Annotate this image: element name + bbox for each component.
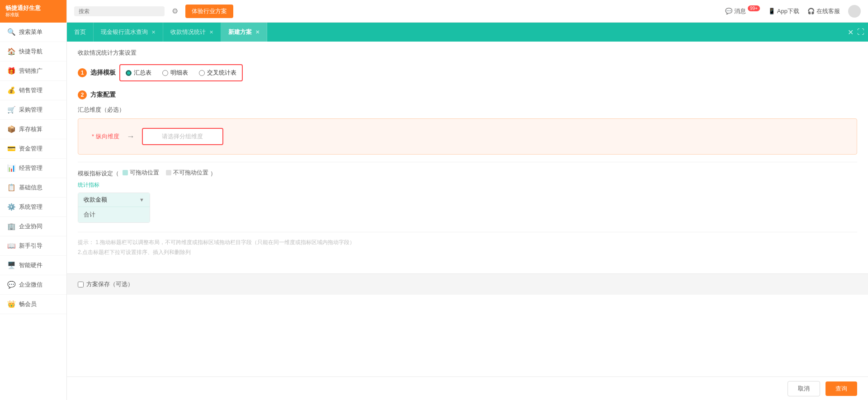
radio-detail[interactable]: 明细表: [162, 69, 188, 77]
download-item[interactable]: 📱 App下载: [768, 7, 799, 15]
sidebar-item-newbie[interactable]: 📖 新手引导: [0, 236, 66, 256]
tabbar: 首页 现金银行流水查询 ✕ 收款情况统计 ✕ 新建方案 ✕ ✕ ⛶: [67, 23, 868, 42]
search-menu-icon: 🔍: [7, 28, 15, 36]
radio-cross-label: 交叉统计表: [207, 69, 236, 77]
template-radio-group: 汇总表 明细表 交叉统计表: [119, 64, 243, 81]
tips-line2: 2.点击标题栏下拉可设置排序、插入列和删除列: [78, 248, 857, 258]
sidebar-item-marketing[interactable]: 🎁 营销推广: [0, 61, 66, 81]
tab-cashflow-label: 现金银行流水查询: [101, 28, 148, 36]
message-item[interactable]: 💬 消息 99+: [725, 7, 760, 15]
marketing-icon: 🎁: [7, 67, 15, 75]
sidebar-item-operations[interactable]: 📊 经营管理: [0, 159, 66, 178]
purchase-icon: 🛒: [7, 106, 15, 114]
sidebar-item-system[interactable]: ⚙️ 系统管理: [0, 198, 66, 217]
sidebar-item-basic-info[interactable]: 📋 基础信息: [0, 178, 66, 198]
tab-collection-stats[interactable]: 收款情况统计 ✕: [163, 23, 221, 42]
maximize-icon[interactable]: ⛶: [857, 28, 864, 36]
sidebar-item-inventory[interactable]: 📦 库存核算: [0, 120, 66, 139]
radio-summary[interactable]: 汇总表: [126, 69, 151, 77]
radio-summary-input[interactable]: [126, 70, 132, 76]
sidebar-item-label: 快捷导航: [19, 47, 42, 56]
vertical-dimension-row: * 纵向维度 → 请选择分组维度: [78, 118, 857, 155]
sidebar-item-label: 智能硬件: [19, 261, 42, 269]
tab-new-plan-close[interactable]: ✕: [255, 29, 259, 35]
message-icon: 💬: [725, 8, 732, 14]
user-avatar[interactable]: [848, 5, 861, 18]
radio-detail-label: 明细表: [170, 69, 188, 77]
smart-hw-icon: 🖥️: [7, 261, 15, 269]
sidebar-item-purchase[interactable]: 🛒 采购管理: [0, 100, 66, 120]
service-icon: 🎧: [807, 8, 815, 14]
quick-nav-icon: 🏠: [7, 47, 15, 56]
service-item[interactable]: 🎧 在线客服: [807, 7, 840, 15]
tips-section: 提示： 1.拖动标题栏可以调整布局，不可跨维度或指标区域拖动栏目字段（只能在同一…: [78, 232, 857, 257]
wechat-icon: 💬: [7, 281, 15, 289]
sidebar-item-enterprise[interactable]: 🏢 企业协同: [0, 217, 66, 236]
sidebar-item-label: 基础信息: [19, 184, 42, 192]
radio-summary-label: 汇总表: [134, 69, 151, 77]
close-window-icon[interactable]: ✕: [848, 28, 854, 37]
download-label: App下载: [777, 7, 799, 15]
radio-detail-input[interactable]: [162, 70, 168, 76]
tab-new-plan-label: 新建方案: [228, 28, 252, 36]
save-checkbox[interactable]: [78, 282, 84, 287]
system-icon: ⚙️: [7, 203, 15, 211]
message-label: 消息: [734, 7, 746, 15]
save-label[interactable]: 方案保存（可选）: [86, 280, 133, 288]
tab-cashflow[interactable]: 现金银行流水查询 ✕: [94, 23, 163, 42]
sidebar-item-label: 企业协同: [19, 222, 42, 231]
cancel-button[interactable]: 取消: [788, 381, 820, 396]
radio-cross[interactable]: 交叉统计表: [199, 69, 236, 77]
dimension-select[interactable]: 请选择分组维度: [142, 128, 223, 145]
sidebar-item-label: 库存核算: [19, 125, 42, 133]
tab-home-label: 首页: [74, 28, 86, 36]
dimension-select-placeholder: 请选择分组维度: [162, 132, 203, 141]
sidebar: 畅捷通好生意 标准版 🔍 搜索菜单 🏠 快捷导航 🎁 营销推广 💰 销售管理 🛒…: [0, 0, 67, 400]
tab-home[interactable]: 首页: [67, 23, 94, 42]
topbar-right: 💬 消息 99+ 📱 App下载 🎧 在线客服: [725, 5, 861, 18]
vertical-label: * 纵向维度: [92, 132, 119, 141]
settings-icon[interactable]: ⚙: [172, 7, 178, 15]
topbar: ⚙ 体验行业方案 💬 消息 99+ 📱 App下载 🎧 在线客服: [67, 0, 868, 23]
tab-collection-stats-label: 收款情况统计: [170, 28, 206, 36]
download-icon: 📱: [768, 8, 775, 14]
chevron-down-icon: ▼: [139, 197, 144, 202]
content-inner: 收款情况统计方案设置 1 选择模板 汇总表 明细表: [67, 42, 868, 273]
dimension-section: 汇总维度（必选） * 纵向维度 → 请选择分组维度: [78, 106, 857, 257]
basic-info-icon: 📋: [7, 184, 15, 192]
sidebar-item-capital[interactable]: 💳 资金管理: [0, 139, 66, 159]
query-button[interactable]: 查询: [826, 381, 857, 396]
metrics-divider: [78, 162, 857, 162]
enterprise-icon: 🏢: [7, 222, 15, 231]
dimension-arrow: →: [127, 132, 135, 141]
page-title: 收款情况统计方案设置: [78, 49, 857, 57]
sidebar-item-wechat[interactable]: 💬 企业微信: [0, 275, 66, 295]
member-icon: 👑: [7, 300, 15, 308]
sidebar-item-label: 畅会员: [19, 300, 37, 308]
metrics-config: 模板指标设定（ 可拖动位置 不可拖动位置 ） 统计指标: [78, 169, 857, 223]
inventory-icon: 📦: [7, 125, 15, 133]
sidebar-item-label: 企业微信: [19, 281, 42, 289]
step1-header: 1 选择模板 汇总表 明细表: [78, 64, 857, 81]
tab-new-plan[interactable]: 新建方案 ✕: [221, 23, 267, 42]
tab-collection-stats-close[interactable]: ✕: [209, 29, 213, 35]
service-label: 在线客服: [816, 7, 840, 15]
sidebar-item-sales[interactable]: 💰 销售管理: [0, 81, 66, 100]
metrics-table: 收款金额 ▼ 合计: [78, 193, 150, 223]
sidebar-item-search-menu[interactable]: 🔍 搜索菜单: [0, 23, 66, 42]
sidebar-item-label: 资金管理: [19, 145, 42, 153]
sidebar-item-quick-nav[interactable]: 🏠 快捷导航: [0, 42, 66, 61]
sidebar-logo: 畅捷通好生意 标准版: [0, 0, 66, 23]
trial-button[interactable]: 体验行业方案: [185, 5, 233, 18]
tabbar-actions: ✕ ⛶: [844, 23, 868, 42]
dimension-section-title: 汇总维度（必选）: [78, 106, 857, 114]
sidebar-item-smart-hw[interactable]: 🖥️ 智能硬件: [0, 256, 66, 275]
metrics-header[interactable]: 收款金额 ▼: [78, 193, 150, 207]
draggable-icon: [123, 170, 128, 175]
step2-title: 方案配置: [90, 91, 116, 99]
newbie-icon: 📖: [7, 242, 15, 250]
sidebar-item-member[interactable]: 👑 畅会员: [0, 295, 66, 314]
search-input[interactable]: [74, 6, 165, 16]
radio-cross-input[interactable]: [199, 70, 205, 76]
tab-cashflow-close[interactable]: ✕: [151, 29, 156, 35]
